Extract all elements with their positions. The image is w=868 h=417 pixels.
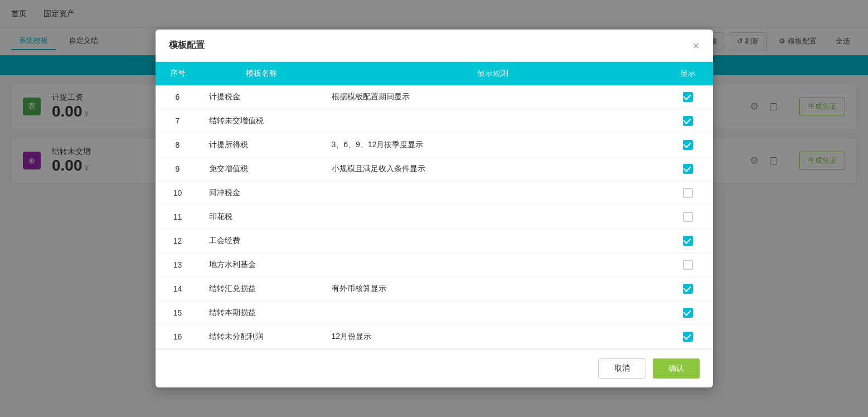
table-row: 14结转汇兑损益有外币核算显示 <box>156 277 713 301</box>
cell-checkbox <box>663 109 713 133</box>
col-header-rule: 显示规则 <box>323 62 663 85</box>
col-header-index: 序号 <box>156 62 200 85</box>
cell-name: 结转汇兑损益 <box>200 277 323 301</box>
cell-name: 工会经费 <box>200 229 323 253</box>
table-row: 8计提所得税3、6、9、12月按季度显示 <box>156 133 713 157</box>
cell-checkbox <box>663 181 713 205</box>
checkbox-checked[interactable] <box>683 140 693 150</box>
cell-name: 结转未分配利润 <box>200 325 323 349</box>
table-row: 7结转未交增值税 <box>156 109 713 133</box>
checkbox-wrap <box>672 236 704 246</box>
checkbox-checked[interactable] <box>683 116 693 126</box>
modal-header: 模板配置 × <box>156 30 713 62</box>
modal-footer: 取消 确认 <box>156 349 713 387</box>
checkbox-wrap <box>672 188 704 198</box>
cell-checkbox <box>663 85 713 109</box>
checkbox-unchecked[interactable] <box>683 260 693 270</box>
cell-rule <box>323 109 663 133</box>
cell-index: 12 <box>156 229 200 253</box>
checkbox-checked[interactable] <box>683 236 693 246</box>
modal-title: 模板配置 <box>169 40 205 51</box>
cell-index: 15 <box>156 301 200 325</box>
cell-rule <box>323 181 663 205</box>
cell-rule: 3、6、9、12月按季度显示 <box>323 133 663 157</box>
checkbox-checked[interactable] <box>683 92 693 102</box>
cell-name: 地方水利基金 <box>200 253 323 277</box>
modal-close-button[interactable]: × <box>693 40 700 51</box>
cell-name: 回冲税金 <box>200 181 323 205</box>
cell-rule <box>323 301 663 325</box>
cell-index: 9 <box>156 157 200 181</box>
cell-name: 计提税金 <box>200 85 323 109</box>
table-row: 12工会经费 <box>156 229 713 253</box>
table-row: 16结转未分配利润12月份显示 <box>156 325 713 349</box>
cell-checkbox <box>663 205 713 229</box>
checkbox-unchecked[interactable] <box>683 188 693 198</box>
checkbox-wrap <box>672 92 704 102</box>
cell-rule <box>323 253 663 277</box>
table-row: 13地方水利基金 <box>156 253 713 277</box>
cell-rule: 12月份显示 <box>323 325 663 349</box>
cell-checkbox <box>663 253 713 277</box>
cell-name: 免交增值税 <box>200 157 323 181</box>
table-row: 11印花税 <box>156 205 713 229</box>
cell-checkbox <box>663 325 713 349</box>
cell-name: 结转本期损益 <box>200 301 323 325</box>
cell-index: 11 <box>156 205 200 229</box>
checkbox-wrap <box>672 164 704 174</box>
cancel-button[interactable]: 取消 <box>598 358 646 379</box>
modal-overlay: 模板配置 × 序号 模板名称 显示规则 显示 6计提税金根据模板配置期间显示7结… <box>0 0 868 417</box>
checkbox-wrap <box>672 284 704 294</box>
checkbox-wrap <box>672 116 704 126</box>
checkbox-wrap <box>672 260 704 270</box>
cell-index: 10 <box>156 181 200 205</box>
cell-rule: 小规模且满足收入条件显示 <box>323 157 663 181</box>
table-row: 9免交增值税小规模且满足收入条件显示 <box>156 157 713 181</box>
checkbox-wrap <box>672 212 704 222</box>
cell-rule <box>323 205 663 229</box>
checkbox-wrap <box>672 308 704 318</box>
col-header-name: 模板名称 <box>200 62 323 85</box>
cell-checkbox <box>663 157 713 181</box>
checkbox-checked[interactable] <box>683 284 693 294</box>
col-header-display: 显示 <box>663 62 713 85</box>
cell-index: 8 <box>156 133 200 157</box>
checkbox-unchecked[interactable] <box>683 212 693 222</box>
cell-index: 14 <box>156 277 200 301</box>
cell-index: 16 <box>156 325 200 349</box>
cell-rule: 根据模板配置期间显示 <box>323 85 663 109</box>
checkbox-wrap <box>672 140 704 150</box>
table-row: 6计提税金根据模板配置期间显示 <box>156 85 713 109</box>
cell-checkbox <box>663 301 713 325</box>
cell-rule <box>323 229 663 253</box>
checkbox-checked[interactable] <box>683 332 693 342</box>
table-row: 15结转本期损益 <box>156 301 713 325</box>
cell-name: 计提所得税 <box>200 133 323 157</box>
cell-name: 结转未交增值税 <box>200 109 323 133</box>
cell-name: 印花税 <box>200 205 323 229</box>
table-header-row: 序号 模板名称 显示规则 显示 <box>156 62 713 85</box>
checkbox-checked[interactable] <box>683 308 693 318</box>
checkbox-wrap <box>672 332 704 342</box>
confirm-button[interactable]: 确认 <box>653 358 700 379</box>
cell-index: 6 <box>156 85 200 109</box>
cell-index: 7 <box>156 109 200 133</box>
cell-rule: 有外币核算显示 <box>323 277 663 301</box>
checkbox-checked[interactable] <box>683 164 693 174</box>
cell-checkbox <box>663 133 713 157</box>
config-table: 序号 模板名称 显示规则 显示 6计提税金根据模板配置期间显示7结转未交增值税8… <box>156 62 713 349</box>
cell-index: 13 <box>156 253 200 277</box>
modal-body: 序号 模板名称 显示规则 显示 6计提税金根据模板配置期间显示7结转未交增值税8… <box>156 62 713 349</box>
table-row: 10回冲税金 <box>156 181 713 205</box>
cell-checkbox <box>663 229 713 253</box>
template-config-modal: 模板配置 × 序号 模板名称 显示规则 显示 6计提税金根据模板配置期间显示7结… <box>156 30 713 387</box>
cell-checkbox <box>663 277 713 301</box>
